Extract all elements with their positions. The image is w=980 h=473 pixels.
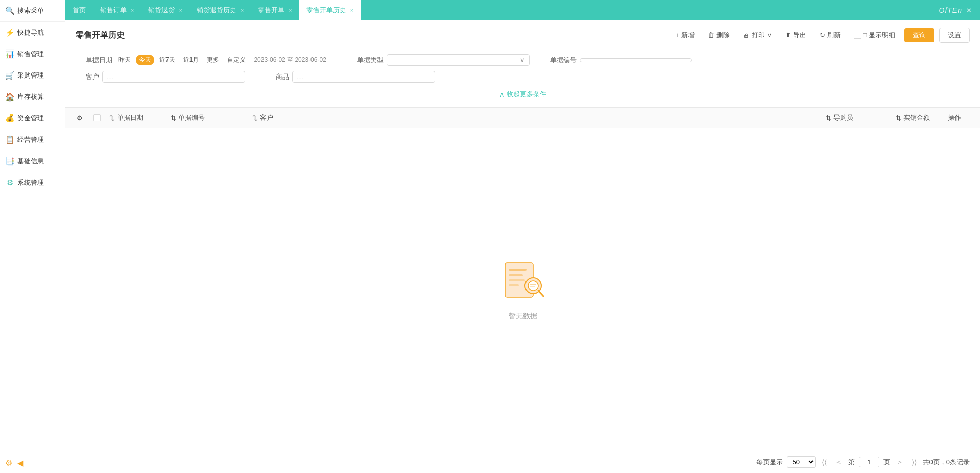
last-page-btn[interactable]: ⟩⟩ [910, 457, 919, 467]
print-button[interactable]: 🖨 打印 ∨ [739, 29, 776, 42]
tab-sales-return-history[interactable]: 销货退货历史 × [189, 0, 251, 20]
type-select-arrow: ∨ [520, 56, 525, 64]
col-header-order-no[interactable]: ⇅ 单据编号 [166, 113, 248, 122]
date-last7[interactable]: 近7天 [156, 55, 178, 65]
col-header-guide[interactable]: ⇅ 导购员 [822, 113, 873, 122]
sidebar-item-system[interactable]: ⚙ 系统管理 [0, 172, 65, 193]
settings-button[interactable]: 设置 [939, 28, 970, 43]
order-no-input[interactable] [580, 58, 692, 62]
refresh-button[interactable]: ↻ 刷新 [816, 29, 845, 42]
brand-text: OfTEn [939, 6, 962, 14]
col-date-sort: ⇅ [109, 114, 115, 122]
col-orderno-sort: ⇅ [171, 114, 176, 122]
col-header-action: 操作 [934, 113, 975, 122]
tab-home[interactable]: 首页 [65, 0, 93, 20]
quick-nav-icon: ⚡ [5, 28, 14, 37]
col-header-settings[interactable]: ⚙ [70, 114, 89, 122]
type-filter: 单据类型 ∨ [357, 54, 530, 66]
date-filter: 单据日期 昨天 今天 近7天 近1月 更多 自定义 2023-06-02 至 2… [86, 55, 326, 65]
delete-button[interactable]: 🗑 删除 [704, 29, 734, 42]
first-page-btn[interactable]: ⟨⟨ [820, 457, 829, 467]
svg-point-6 [528, 281, 538, 291]
new-button[interactable]: + 新增 [672, 29, 699, 42]
display-button-label: □ 显示明细 [863, 31, 895, 40]
tab-sales-return-history-close[interactable]: × [241, 7, 244, 13]
sidebar-item-operation[interactable]: 📋 经营管理 [0, 129, 65, 151]
col-date-label: 单据日期 [117, 113, 144, 122]
topbar-close-btn[interactable]: ✕ [966, 7, 972, 14]
settings-col-icon: ⚙ [77, 114, 83, 122]
date-yesterday[interactable]: 昨天 [115, 55, 134, 65]
table-header: ⚙ ⇅ 单据日期 ⇅ 单据编号 ⇅ 客户 ⇅ [65, 108, 980, 128]
operation-icon: 📋 [5, 135, 14, 144]
display-detail-button[interactable]: □ 显示明细 [850, 29, 899, 42]
sidebar: 🔍 搜索采单 ⚡ 快捷导航 📊 销售管理 🛒 采购管理 🏠 库存核算 💰 资金管… [0, 0, 65, 473]
tab-retail-open-history[interactable]: 零售开单历史 × [299, 0, 361, 20]
page-header: 零售开单历史 + 新增 🗑 删除 🖨 打印 ∨ ⬆ 导出 ↻ [65, 20, 980, 108]
sidebar-search[interactable]: 🔍 搜索采单 [0, 0, 65, 22]
svg-line-7 [538, 291, 543, 296]
total-label: 共0页，0条记录 [923, 458, 970, 467]
export-button[interactable]: ⬆ 导出 [781, 29, 810, 42]
sidebar-item-sales-mgmt[interactable]: 📊 销售管理 [0, 43, 65, 65]
goods-filter: 商品 … [276, 71, 435, 83]
goods-input[interactable]: … [292, 71, 435, 83]
sidebar-item-quick-nav[interactable]: ⚡ 快捷导航 [0, 22, 65, 43]
tab-sales-order[interactable]: 销售订单 × [93, 0, 141, 20]
settings-button-label: 设置 [948, 31, 961, 40]
page-label-pre: 第 [848, 458, 855, 467]
per-page-select[interactable]: 50 10 20 100 [787, 456, 816, 468]
page-number-input[interactable] [859, 457, 879, 467]
topbar-right: OfTEn ✕ [939, 6, 980, 14]
tab-sales-order-label: 销售订单 [100, 6, 127, 15]
page-title-row: 零售开单历史 + 新增 🗑 删除 🖨 打印 ∨ ⬆ 导出 ↻ [76, 28, 970, 43]
col-header-checkbox[interactable] [89, 114, 105, 121]
tab-sales-order-close[interactable]: × [131, 7, 134, 13]
svg-rect-1 [509, 269, 527, 271]
date-today[interactable]: 今天 [136, 55, 154, 65]
date-more[interactable]: 更多 [204, 55, 222, 65]
sidebar-item-inventory[interactable]: 🏠 库存核算 [0, 86, 65, 108]
date-filter-label: 单据日期 [86, 56, 112, 65]
col-header-date[interactable]: ⇅ 单据日期 [105, 113, 166, 122]
type-select[interactable]: ∨ [387, 54, 530, 66]
collapse-sidebar-icon[interactable]: ◀ [17, 458, 23, 468]
sidebar-item-finance[interactable]: 💰 资金管理 [0, 108, 65, 129]
sidebar-item-base-info[interactable]: 📑 基础信息 [0, 151, 65, 172]
export-button-label: ⬆ 导出 [785, 31, 806, 40]
filter-row-1: 单据日期 昨天 今天 近7天 近1月 更多 自定义 2023-06-02 至 2… [86, 54, 960, 66]
customer-input[interactable]: … [102, 71, 245, 83]
tab-sales-return-label: 销货退货 [148, 6, 175, 15]
tab-retail-open-history-close[interactable]: × [350, 7, 353, 13]
finance-icon: 💰 [5, 114, 14, 123]
new-button-label: + 新增 [676, 31, 695, 40]
date-last1m[interactable]: 近1月 [180, 55, 202, 65]
col-action-label: 操作 [948, 113, 961, 122]
tab-retail-open-close[interactable]: × [289, 7, 292, 13]
customer-filter: 客户 … [86, 71, 245, 83]
col-orderno-label: 单据编号 [178, 113, 205, 122]
sidebar-item-label: 经营管理 [17, 135, 44, 144]
page-label-post: 页 [883, 458, 890, 467]
collapse-more-btn[interactable]: ∧ 收起更多条件 [86, 88, 960, 101]
tab-sales-return[interactable]: 销货退货 × [141, 0, 189, 20]
topbar: 首页 销售订单 × 销货退货 × 销货退货历史 × 零售开单 × 零售开单历史 … [65, 0, 980, 20]
tab-retail-open-label: 零售开单 [258, 6, 284, 15]
sidebar-item-purchase-mgmt[interactable]: 🛒 采购管理 [0, 65, 65, 86]
date-buttons: 昨天 今天 近7天 近1月 更多 自定义 [115, 55, 249, 65]
filter-area: 单据日期 昨天 今天 近7天 近1月 更多 自定义 2023-06-02 至 2… [76, 49, 970, 107]
sidebar-item-label: 基础信息 [17, 157, 44, 166]
delete-button-label: 🗑 删除 [708, 31, 730, 40]
col-header-amount[interactable]: ⇅ 实销金额 [873, 113, 934, 122]
col-header-customer[interactable]: ⇅ 客户 [248, 113, 822, 122]
header-checkbox[interactable] [93, 114, 101, 121]
tab-home-label: 首页 [73, 6, 86, 15]
query-button[interactable]: 查询 [904, 28, 934, 42]
col-guide-label: 导购员 [833, 113, 853, 122]
prev-page-btn[interactable]: ＜ [833, 457, 844, 468]
tab-retail-open[interactable]: 零售开单 × [251, 0, 299, 20]
next-page-btn[interactable]: ＞ [894, 457, 905, 468]
date-custom[interactable]: 自定义 [224, 55, 249, 65]
tab-sales-return-close[interactable]: × [179, 7, 182, 13]
settings-bottom-icon[interactable]: ⚙ [5, 458, 12, 468]
